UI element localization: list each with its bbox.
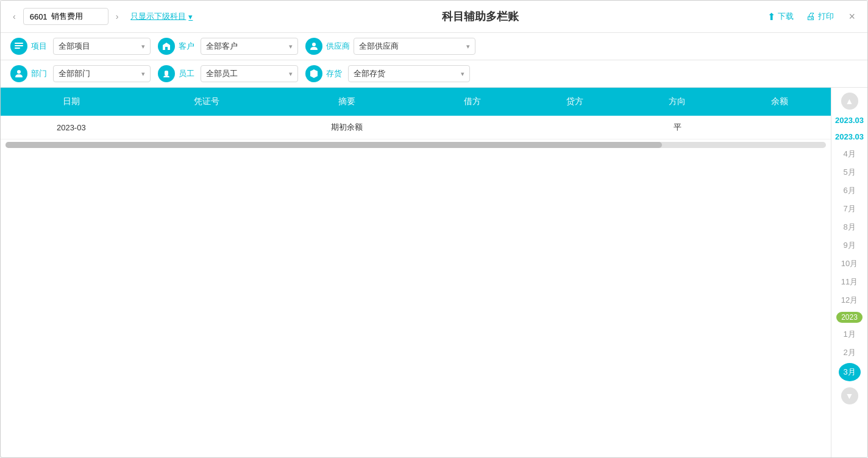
supplier-select[interactable]: 全部供应商 ▾: [354, 38, 475, 55]
filter-customer: 客户 全部客户 ▾: [158, 38, 298, 55]
col-summary: 摘要: [272, 88, 421, 116]
side-panel-inner: ▲ 2023.03 2023.03 4月 5月 6月 7月 8月 9月 10月 …: [831, 88, 867, 409]
filter-employee: 员工 全部员工 ▾: [158, 65, 298, 82]
scrollbar-thumb: [5, 142, 662, 148]
print-label: 打印: [818, 11, 834, 22]
month-item-12[interactable]: 12月: [831, 291, 867, 309]
project-arrow-icon: ▾: [141, 43, 145, 51]
cell-debit: [421, 116, 524, 139]
month-item-8[interactable]: 8月: [831, 218, 867, 236]
cell-balance: [728, 116, 831, 139]
customer-select[interactable]: 全部客户 ▾: [201, 38, 298, 55]
table-header-row: 日期 凭证号 摘要 借方 贷方 方向 余额: [1, 88, 831, 116]
customer-label: 客户: [179, 41, 197, 52]
col-debit: 借方: [421, 88, 524, 116]
project-select[interactable]: 全部项目 ▾: [53, 38, 151, 55]
month-item-3-active[interactable]: 3月: [839, 363, 861, 381]
month-item-9[interactable]: 9月: [831, 236, 867, 255]
inventory-value: 全部存货: [354, 68, 385, 79]
cell-credit: [524, 116, 626, 139]
filter-arrow-icon: ▾: [188, 12, 193, 21]
customer-icon: [158, 38, 175, 55]
project-label: 项目: [31, 41, 49, 52]
month-item-5[interactable]: 5月: [831, 163, 867, 181]
project-icon: [10, 38, 27, 55]
employee-select[interactable]: 全部员工 ▾: [201, 65, 298, 82]
svg-rect-0: [15, 43, 23, 44]
show-sub-account-button[interactable]: 只显示下级科目 ▾: [130, 11, 193, 22]
filter-supplier: 供应商 全部供应商 ▾: [305, 38, 475, 55]
month-item-1[interactable]: 1月: [831, 325, 867, 344]
period-item-2023-03-second[interactable]: 2023.03: [831, 129, 867, 145]
nav-prev-button[interactable]: ‹: [10, 10, 18, 23]
main-window: ‹ 6601 销售费用 › 只显示下级科目 ▾ 科目辅助多栏账 ⬆ 下载 🖨 打…: [0, 0, 868, 458]
department-select[interactable]: 全部部门 ▾: [53, 65, 151, 82]
department-icon: [10, 65, 27, 82]
horizontal-scrollbar[interactable]: [5, 142, 826, 148]
col-credit: 贷方: [524, 88, 626, 116]
employee-arrow-icon: ▾: [289, 70, 293, 78]
up-arrow-icon: ▲: [845, 96, 854, 106]
download-button[interactable]: ⬆ 下载: [767, 11, 794, 23]
filter-row-1: 项目 全部项目 ▾ 客户 全部客户 ▾: [1, 33, 867, 60]
download-icon: ⬆: [767, 11, 775, 23]
department-label: 部门: [31, 68, 49, 79]
account-code-value: 6601: [30, 12, 48, 21]
supplier-icon: [305, 38, 322, 55]
customer-value: 全部客户: [206, 41, 238, 52]
download-label: 下载: [778, 11, 794, 22]
nav-next-button[interactable]: ›: [113, 10, 121, 23]
svg-rect-6: [165, 71, 168, 76]
supplier-label: 供应商: [326, 41, 350, 52]
title-bar: ‹ 6601 销售费用 › 只显示下级科目 ▾ 科目辅助多栏账 ⬆ 下载 🖨 打…: [1, 1, 867, 33]
month-item-6[interactable]: 6月: [831, 181, 867, 200]
inventory-arrow-icon: ▾: [461, 70, 464, 78]
period-item-2023-03-first[interactable]: 2023.03: [831, 112, 867, 129]
page-title: 科目辅助多栏账: [197, 9, 763, 24]
cell-date: 2023-03: [1, 116, 142, 139]
print-icon: 🖨: [806, 11, 816, 22]
employee-label: 员工: [179, 68, 197, 79]
table-row: 2023-03 期初余额 平: [1, 116, 831, 139]
cell-summary: 期初余额: [272, 116, 421, 139]
account-name-value: 销售费用: [51, 11, 83, 22]
scroll-up-button[interactable]: ▲: [841, 93, 858, 110]
department-value: 全部部门: [59, 68, 90, 79]
scroll-down-button[interactable]: ▼: [841, 387, 858, 404]
cell-voucher: [142, 116, 272, 139]
main-table: 日期 凭证号 摘要 借方 贷方 方向 余额 2023-03 期初余额: [1, 88, 831, 139]
svg-rect-2: [15, 48, 20, 49]
content-area: 日期 凭证号 摘要 借方 贷方 方向 余额 2023-03 期初余额: [1, 88, 867, 457]
month-item-4[interactable]: 4月: [831, 145, 867, 163]
month-item-10[interactable]: 10月: [831, 255, 867, 273]
filter-row-2: 部门 全部部门 ▾ 员工 全部员工 ▾: [1, 60, 867, 88]
col-balance: 余额: [728, 88, 831, 116]
inventory-select[interactable]: 全部存货 ▾: [348, 65, 470, 82]
supplier-value: 全部供应商: [359, 41, 399, 52]
month-item-7[interactable]: 7月: [831, 200, 867, 218]
col-voucher: 凭证号: [142, 88, 272, 116]
table-wrapper[interactable]: 日期 凭证号 摘要 借方 贷方 方向 余额 2023-03 期初余额: [1, 88, 831, 457]
supplier-arrow-icon: ▾: [466, 43, 470, 51]
svg-point-4: [312, 43, 316, 46]
col-date: 日期: [1, 88, 142, 116]
month-item-11[interactable]: 11月: [831, 273, 867, 291]
inventory-label: 存货: [326, 68, 344, 79]
month-item-2[interactable]: 2月: [831, 344, 867, 362]
close-button[interactable]: ×: [846, 10, 858, 23]
side-panel: ▲ 2023.03 2023.03 4月 5月 6月 7月 8月 9月 10月 …: [831, 88, 867, 457]
project-value: 全部项目: [59, 41, 90, 52]
filter-project: 项目 全部项目 ▾: [10, 38, 151, 55]
employee-icon: [158, 65, 175, 82]
svg-point-5: [17, 70, 21, 74]
filter-btn-label: 只显示下级科目: [130, 11, 186, 22]
filter-inventory: 存货 全部存货 ▾: [305, 65, 470, 82]
filter-department: 部门 全部部门 ▾: [10, 65, 151, 82]
print-button[interactable]: 🖨 打印: [806, 11, 834, 22]
inventory-icon: [305, 65, 322, 82]
down-arrow-icon: ▼: [845, 391, 854, 401]
employee-value: 全部员工: [206, 68, 238, 79]
year-badge: 2023: [836, 312, 863, 323]
customer-arrow-icon: ▾: [289, 43, 293, 51]
account-code-field[interactable]: 6601 销售费用: [23, 8, 108, 25]
